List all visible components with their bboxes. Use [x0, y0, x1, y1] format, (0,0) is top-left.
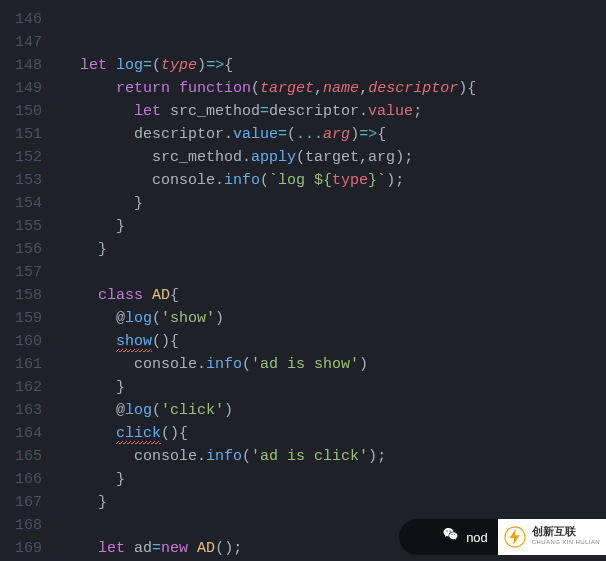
- code-token: [143, 287, 152, 304]
- code-line: [62, 261, 606, 284]
- bolt-icon: [504, 526, 526, 548]
- code-token: .: [197, 356, 206, 373]
- line-number: 167: [0, 491, 42, 514]
- code-token: [62, 241, 98, 258]
- code-line: console.info('ad is click');: [62, 445, 606, 468]
- code-token: value: [233, 126, 278, 143]
- code-token: }`: [368, 172, 386, 189]
- wechat-icon: [413, 502, 460, 562]
- line-number: 159: [0, 307, 42, 330]
- line-number: 162: [0, 376, 42, 399]
- code-token: src_method: [152, 149, 242, 166]
- code-token: descriptor: [269, 103, 359, 120]
- line-number: 163: [0, 399, 42, 422]
- code-token: arg: [323, 126, 350, 143]
- code-token: [188, 540, 197, 557]
- code-token: ): [215, 310, 224, 327]
- code-token: (: [242, 356, 251, 373]
- code-token: [62, 149, 152, 166]
- code-token: [62, 126, 134, 143]
- code-line: let log=(type)=>{: [62, 54, 606, 77]
- code-token: [62, 448, 134, 465]
- line-number: 149: [0, 77, 42, 100]
- line-number: 147: [0, 31, 42, 54]
- code-token: info: [224, 172, 260, 189]
- code-token: ,: [359, 80, 368, 97]
- code-token: {: [467, 80, 476, 97]
- code-token: [62, 540, 98, 557]
- code-token: console: [134, 448, 197, 465]
- line-number: 150: [0, 100, 42, 123]
- code-token: (: [161, 425, 170, 442]
- code-token: [62, 195, 134, 212]
- code-token: =: [260, 103, 269, 120]
- code-token: show: [116, 333, 152, 350]
- code-token: .: [197, 448, 206, 465]
- code-token: (: [251, 80, 260, 97]
- code-token: ): [395, 149, 404, 166]
- code-token: ;: [404, 149, 413, 166]
- code-token: .: [242, 149, 251, 166]
- code-token: }: [116, 218, 125, 235]
- code-token: ): [458, 80, 467, 97]
- code-token: [62, 57, 80, 74]
- code-line: }: [62, 215, 606, 238]
- code-token: console: [134, 356, 197, 373]
- code-token: ...: [296, 126, 323, 143]
- watermark-overlay: nod 创新互联 CHUANG XIN HULIAN: [399, 519, 606, 555]
- code-token: ;: [233, 540, 242, 557]
- code-token: [62, 310, 116, 327]
- code-token: ): [197, 57, 206, 74]
- code-token: descriptor: [134, 126, 224, 143]
- line-number: 148: [0, 54, 42, 77]
- code-token: (: [152, 402, 161, 419]
- code-token: (: [260, 172, 269, 189]
- code-token: target: [260, 80, 314, 97]
- code-token: [62, 287, 98, 304]
- code-token: ): [161, 333, 170, 350]
- code-token: log: [116, 57, 143, 74]
- code-token: let: [134, 103, 161, 120]
- code-token: ;: [377, 448, 386, 465]
- code-line: show(){: [62, 330, 606, 353]
- code-token: let: [80, 57, 107, 74]
- code-token: ): [224, 540, 233, 557]
- code-token: (: [296, 149, 305, 166]
- code-token: function: [179, 80, 251, 97]
- code-token: (: [287, 126, 296, 143]
- code-token: .: [224, 126, 233, 143]
- code-token: apply: [251, 149, 296, 166]
- code-token: ): [350, 126, 359, 143]
- line-number: 156: [0, 238, 42, 261]
- code-line: @log('click'): [62, 399, 606, 422]
- code-token: `log ${: [269, 172, 332, 189]
- line-number-gutter: 1461471481491501511521531541551561571581…: [0, 0, 52, 561]
- code-token: (: [152, 310, 161, 327]
- code-token: [125, 540, 134, 557]
- code-token: descriptor: [368, 80, 458, 97]
- code-token: =>: [359, 126, 377, 143]
- code-line: @log('show'): [62, 307, 606, 330]
- code-token: arg: [368, 149, 395, 166]
- wechat-pill-label: nod: [466, 526, 488, 549]
- code-token: 'ad is show': [251, 356, 359, 373]
- code-token: [62, 402, 116, 419]
- code-token: {: [224, 57, 233, 74]
- code-token: [62, 425, 116, 442]
- code-token: [62, 333, 116, 350]
- line-number: 151: [0, 123, 42, 146]
- code-token: =: [278, 126, 287, 143]
- code-token: {: [377, 126, 386, 143]
- code-lines: let log=(type)=>{ return function(target…: [62, 54, 606, 561]
- code-token: [161, 103, 170, 120]
- code-line: return function(target,name,descriptor){: [62, 77, 606, 100]
- code-token: [170, 80, 179, 97]
- line-number: 166: [0, 468, 42, 491]
- code-token: }: [134, 195, 143, 212]
- code-line: let src_method=descriptor.value;: [62, 100, 606, 123]
- code-token: AD: [197, 540, 215, 557]
- code-token: .: [215, 172, 224, 189]
- code-token: info: [206, 448, 242, 465]
- code-token: type: [161, 57, 197, 74]
- code-token: ): [170, 425, 179, 442]
